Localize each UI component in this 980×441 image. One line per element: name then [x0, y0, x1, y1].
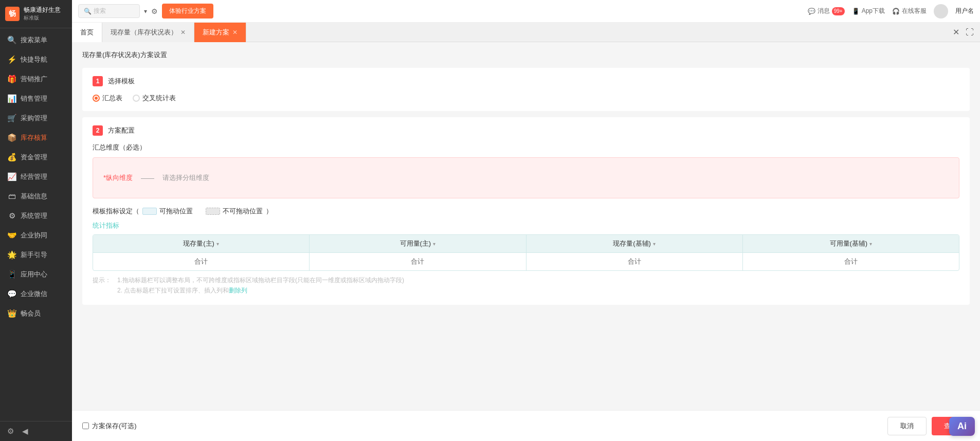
- metrics-section-label: 统计指标: [93, 221, 959, 230]
- purchase-icon: 🛒: [7, 114, 16, 123]
- tab-new-plan[interactable]: 新建方案 ✕: [194, 23, 246, 42]
- search-menu-icon: 🔍: [7, 35, 16, 45]
- dim-required-text: *纵向维度: [103, 173, 133, 182]
- tips-section: 提示： 1.拖动标题栏可以调整布局，不可跨维度或指标区域拖动栏目字段(只能在同一…: [93, 276, 959, 295]
- dimension-label: 汇总维度（必选）: [93, 143, 959, 152]
- metrics-table-body: 合计 合计 合计 合计: [93, 253, 959, 270]
- sidebar-item-purchase[interactable]: 🛒 采购管理: [0, 108, 72, 128]
- footer-save-area: 方案保存(可选): [82, 421, 137, 431]
- topbar-search-bar[interactable]: 🔍 搜索: [78, 4, 140, 18]
- tab-inventory-close-icon[interactable]: ✕: [180, 29, 186, 36]
- sidebar-item-inventory[interactable]: 📦 库存核算: [0, 128, 72, 148]
- metrics-col-2-header[interactable]: 可用量(主) ▾: [310, 235, 525, 253]
- metrics-col-1-header[interactable]: 现存量(主) ▾: [93, 235, 309, 253]
- metrics-body-col-3: 合计: [527, 253, 743, 270]
- sidebar-item-sales[interactable]: 📊 销售管理: [0, 89, 72, 108]
- sidebar-item-basic-info[interactable]: 🗃 基础信息: [0, 187, 72, 206]
- sidebar-item-guide[interactable]: 🌟 新手引导: [0, 245, 72, 265]
- topbar-right: 💬 消息 99+ 📱 App下载 🎧 在线客服 用户名: [808, 4, 974, 19]
- member-icon: 👑: [7, 309, 16, 318]
- metrics-body-col-1: 合计: [93, 253, 310, 270]
- footer: 方案保存(可选) 取消 查询: [72, 410, 980, 441]
- section2-num: 2: [93, 125, 103, 136]
- metrics-col-4-header[interactable]: 可用量(基辅) ▾: [743, 235, 959, 253]
- metrics-col-1: 现存量(主) ▾: [93, 235, 310, 253]
- topbar-msg-btn[interactable]: 💬 消息 99+: [808, 7, 845, 15]
- sidebar-item-cooperation[interactable]: 🤝 企业协同: [0, 226, 72, 245]
- service-icon: 🎧: [892, 8, 900, 15]
- metrics-table-header: 现存量(主) ▾ 可用量(主) ▾ 现存量(基辅) ▾: [93, 235, 959, 253]
- section-choose-template: 1 选择模板 汇总表 交叉统计表: [82, 68, 970, 111]
- col1-chevron-icon: ▾: [216, 241, 219, 247]
- topbar: 🔍 搜索 ▾ ⚙ 体验行业方案 💬 消息 99+ 📱 App下载 🎧 在线客服 …: [72, 0, 980, 23]
- tabs-actions: ✕ ⛶: [951, 25, 980, 39]
- sidebar-item-app-center[interactable]: 📱 应用中心: [0, 265, 72, 284]
- template-option-cross[interactable]: 交叉统计表: [133, 94, 176, 103]
- topbar-cta-button[interactable]: 体验行业方案: [162, 4, 213, 19]
- sales-icon: 📊: [7, 94, 16, 103]
- sidebar-item-search-menu[interactable]: 🔍 搜索菜单: [0, 30, 72, 50]
- topbar-username[interactable]: 用户名: [955, 7, 974, 15]
- collapse-icon[interactable]: ◀: [22, 427, 28, 436]
- save-checkbox[interactable]: [82, 422, 89, 429]
- tab-home[interactable]: 首页: [72, 23, 102, 42]
- metrics-body-col-2: 合计: [310, 253, 526, 270]
- tab-new-plan-close-icon[interactable]: ✕: [232, 29, 238, 36]
- template-option-summary[interactable]: 汇总表: [93, 94, 122, 103]
- metrics-cell-4: 合计: [743, 253, 959, 270]
- metrics-body-col-4: 合计: [743, 253, 959, 270]
- quick-nav-icon: ⚡: [7, 55, 16, 64]
- sidebar-item-operation[interactable]: 📈 经营管理: [0, 167, 72, 187]
- sidebar-item-wechat[interactable]: 💬 企业微信: [0, 284, 72, 304]
- sidebar-item-finance[interactable]: 💰 资金管理: [0, 148, 72, 167]
- sidebar-item-quick-nav[interactable]: ⚡ 快捷导航: [0, 50, 72, 69]
- metrics-cell-1: 合计: [93, 253, 309, 270]
- sidebar-bottom: ⚙ ◀: [0, 421, 72, 441]
- topbar-dropdown-btn[interactable]: ▾: [144, 8, 147, 15]
- settings-icon[interactable]: ⚙: [7, 427, 14, 436]
- tabs-bar: 首页 现存量（库存状况表） ✕ 新建方案 ✕ ✕ ⛶: [72, 23, 980, 42]
- tab-expand-icon[interactable]: ⛶: [964, 26, 976, 39]
- metrics-cell-2: 合计: [310, 253, 525, 270]
- section1-num: 1: [93, 76, 103, 86]
- sidebar-item-system[interactable]: ⚙ 系统管理: [0, 206, 72, 226]
- inventory-icon: 📦: [7, 133, 16, 142]
- tab-inventory-status[interactable]: 现存量（库存状况表） ✕: [102, 23, 194, 42]
- metrics-col-2: 可用量(主) ▾: [310, 235, 526, 253]
- topbar-service-btn[interactable]: 🎧 在线客服: [892, 7, 927, 15]
- movable-box: [142, 208, 157, 215]
- logo-icon: 畅: [5, 7, 20, 21]
- col4-chevron-icon: ▾: [869, 241, 872, 247]
- sidebar-item-member[interactable]: 👑 畅会员: [0, 304, 72, 323]
- metrics-cell-3: 合计: [527, 253, 742, 270]
- logo-text: 畅康通好生意 标准版: [24, 6, 61, 22]
- save-label[interactable]: 方案保存(可选): [92, 421, 137, 431]
- template-radio-group: 汇总表 交叉统计表: [93, 94, 959, 103]
- wechat-icon: 💬: [7, 289, 16, 299]
- marketing-icon: 🎁: [7, 75, 16, 84]
- basic-info-icon: 🗃: [7, 192, 16, 201]
- dim-hint-text: 请选择分组维度: [162, 173, 209, 182]
- radio-summary-circle: [93, 95, 100, 102]
- topbar-app-btn[interactable]: 📱 App下载: [852, 7, 885, 15]
- metrics-col-3-header[interactable]: 现存量(基辅) ▾: [527, 235, 742, 253]
- main-area: 🔍 搜索 ▾ ⚙ 体验行业方案 💬 消息 99+ 📱 App下载 🎧 在线客服 …: [72, 0, 980, 441]
- metrics-col-3: 现存量(基辅) ▾: [527, 235, 743, 253]
- legend-fixed: 不可拖动位置: [206, 207, 263, 216]
- ai-badge[interactable]: Ai: [949, 417, 975, 436]
- guide-icon: 🌟: [7, 250, 16, 260]
- system-icon: ⚙: [7, 211, 16, 220]
- dimension-area: *纵向维度 —— 请选择分组维度: [93, 157, 959, 198]
- section1-title: 选择模板: [108, 77, 135, 86]
- metrics-legend-bar: 模板指标设定（ 可拖动位置 不可拖动位置 ）: [93, 207, 959, 216]
- sidebar-item-marketing[interactable]: 🎁 营销推广: [0, 69, 72, 89]
- topbar-search-icon: 🔍: [84, 8, 92, 15]
- cancel-button[interactable]: 取消: [887, 417, 927, 435]
- section1-header: 1 选择模板: [93, 76, 959, 86]
- topbar-gear-icon[interactable]: ⚙: [151, 7, 158, 15]
- tips-item-1: 提示： 1.拖动标题栏可以调整布局，不可跨维度或指标区域拖动栏目字段(只能在同一…: [93, 276, 959, 285]
- topbar-avatar[interactable]: [934, 4, 948, 19]
- radio-cross-circle: [133, 95, 140, 102]
- section2-title: 方案配置: [108, 126, 135, 135]
- tab-close-all-icon[interactable]: ✕: [951, 25, 961, 39]
